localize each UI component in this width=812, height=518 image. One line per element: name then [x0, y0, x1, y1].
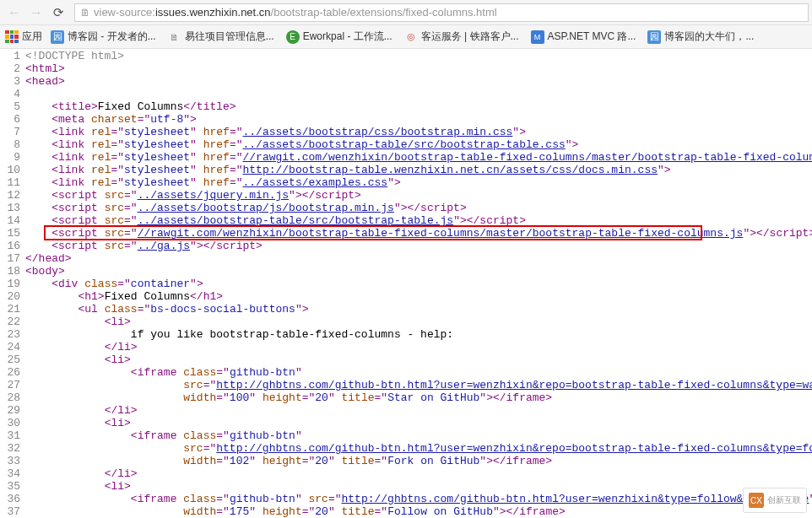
address-bar[interactable]: 🗎 view-source: issues.wenzhixin.net.cn /…	[74, 3, 809, 22]
code-line: src="http://ghbtns.com/github-btn.html?u…	[25, 379, 812, 391]
bookmark-item[interactable]: MASP.NET MVC 路...	[531, 30, 636, 44]
source-link[interactable]: http://ghbtns.com/github-btn.html?user=w…	[342, 493, 809, 505]
source-link[interactable]: ../ga.js	[138, 240, 190, 252]
browser-toolbar: ← → ⟳ 🗎 view-source: issues.wenzhixin.ne…	[0, 0, 812, 25]
bookmark-label: Eworkpal - 工作流...	[303, 30, 392, 44]
bookmark-label: 博客园的大牛们，...	[664, 30, 754, 44]
source-link[interactable]: http://bootstrap-table.wenzhixin.net.cn/…	[243, 164, 658, 176]
code-line: width="100" height="20" title="Star on G…	[25, 391, 812, 404]
bookmark-icon: 园	[647, 30, 661, 44]
source-link[interactable]: http://ghbtns.com/github-btn.html?user=w…	[216, 442, 812, 455]
code-line: <li>	[25, 353, 812, 366]
line-gutter: 1234567891011121314151617181920212223242…	[0, 50, 25, 518]
source-link[interactable]: http://ghbtns.com/github-btn.html?user=w…	[216, 379, 812, 391]
bookmark-label: 客运服务 | 铁路客户...	[421, 30, 519, 44]
code-line: </li>	[25, 404, 812, 417]
bookmark-item[interactable]: EEworkpal - 工作流...	[286, 30, 392, 44]
forward-button[interactable]: →	[25, 3, 47, 23]
code-line: <ul class="bs-docs-social-buttons">	[25, 303, 812, 316]
code-line: <script src="../ga.js"></script>	[25, 240, 812, 252]
code-line: <script src="../assets/jquery.min.js"></…	[25, 189, 812, 202]
bookmark-icon: ◎	[404, 30, 418, 44]
bookmark-label: 易往项目管理信息...	[185, 30, 274, 44]
code-line: if you like bootstrap-table-fixed-column…	[25, 328, 812, 341]
watermark-text: 创新互联	[767, 494, 801, 506]
bookmark-icon: 园	[51, 30, 64, 44]
code-line: <body>	[25, 265, 812, 278]
code-line: <!DOCTYPE html>	[25, 50, 812, 62]
code-line: <link rel="stylesheet" href="../assets/b…	[25, 138, 812, 151]
code-line: <li>	[25, 480, 812, 493]
code-line: <iframe class="github-btn"	[25, 429, 812, 442]
code-line: <link rel="stylesheet" href="http://boot…	[25, 164, 812, 176]
source-link[interactable]: ../assets/bootstrap/css/bootstrap.min.cs…	[243, 126, 513, 138]
bookmark-item[interactable]: 园博客园的大牛们，...	[647, 30, 754, 44]
code-line: </head>	[25, 252, 812, 265]
code-line: <li>	[25, 417, 812, 429]
bookmark-label: 博客园 - 开发者的...	[68, 30, 156, 44]
source-link[interactable]: ../assets/examples.css	[243, 176, 388, 189]
source-link[interactable]: ../assets/bootstrap-table/src/bootstrap-…	[138, 214, 453, 227]
code-line: <link rel="stylesheet" href="//rawgit.co…	[25, 151, 812, 164]
code-line: <iframe class="github-btn" src="http://g…	[25, 493, 812, 505]
code-line: <iframe class="github-btn"	[25, 366, 812, 379]
apps-grid-icon	[5, 30, 19, 44]
code-line: <script src="//rawgit.com/wenzhixin/boot…	[25, 227, 812, 240]
reload-button[interactable]: ⟳	[47, 3, 69, 23]
bookmark-item[interactable]: ◎客运服务 | 铁路客户...	[404, 30, 519, 44]
bookmark-icon: M	[531, 30, 544, 44]
watermark: CX 创新互联	[743, 488, 807, 513]
url-prefix: view-source:	[94, 6, 155, 19]
code-line: <li>	[25, 316, 812, 328]
code-line: <html>	[25, 62, 812, 75]
source-link[interactable]: ../assets/jquery.min.js	[138, 189, 289, 202]
code-content[interactable]: <!DOCTYPE html><html><head> <title>Fixed…	[25, 50, 812, 518]
apps-button[interactable]: 应用	[5, 30, 42, 44]
source-link[interactable]: //rawgit.com/wenzhixin/bootstrap-table-f…	[138, 227, 744, 240]
bookmark-item[interactable]: 🗎易往项目管理信息...	[168, 30, 274, 44]
source-link[interactable]: ../assets/bootstrap/js/bootstrap.min.js	[138, 202, 394, 214]
bookmark-icon: 🗎	[168, 30, 181, 44]
code-line: </li>	[25, 341, 812, 353]
back-button[interactable]: ←	[3, 3, 25, 23]
code-line: <head>	[25, 75, 812, 88]
code-line: width="175" height="20" title="Follow on…	[25, 505, 812, 518]
code-line: <div class="container">	[25, 278, 812, 290]
code-line: <title>Fixed Columns</title>	[25, 100, 812, 113]
code-line: </li>	[25, 467, 812, 480]
code-line: <meta charset="utf-8">	[25, 113, 812, 126]
code-line: src="http://ghbtns.com/github-btn.html?u…	[25, 442, 812, 455]
code-line: <script src="../assets/bootstrap-table/s…	[25, 214, 812, 227]
watermark-logo-icon: CX	[749, 493, 764, 508]
bookmark-icon: E	[286, 30, 300, 44]
source-link[interactable]: ../assets/bootstrap-table/src/bootstrap-…	[243, 138, 566, 151]
code-line: <link rel="stylesheet" href="../assets/b…	[25, 126, 812, 138]
url-host: issues.wenzhixin.net.cn	[155, 6, 271, 19]
code-line: <script src="../assets/bootstrap/js/boot…	[25, 202, 812, 214]
code-line: <link rel="stylesheet" href="../assets/e…	[25, 176, 812, 189]
bookmarks-bar: 应用 园博客园 - 开发者的...🗎易往项目管理信息...EEworkpal -…	[0, 25, 812, 49]
page-icon: 🗎	[80, 7, 90, 19]
source-link[interactable]: //rawgit.com/wenzhixin/bootstrap-table-f…	[243, 151, 813, 164]
bookmark-item[interactable]: 园博客园 - 开发者的...	[51, 30, 156, 44]
url-path: /bootstrap-table/extensions/fixed-column…	[271, 6, 497, 19]
bookmark-label: ASP.NET MVC 路...	[548, 30, 636, 44]
code-line	[25, 88, 812, 100]
code-line: width="102" height="20" title="Fork on G…	[25, 455, 812, 467]
code-line: <h1>Fixed Columns</h1>	[25, 290, 812, 303]
apps-label: 应用	[22, 30, 42, 44]
source-view: 1234567891011121314151617181920212223242…	[0, 49, 812, 518]
